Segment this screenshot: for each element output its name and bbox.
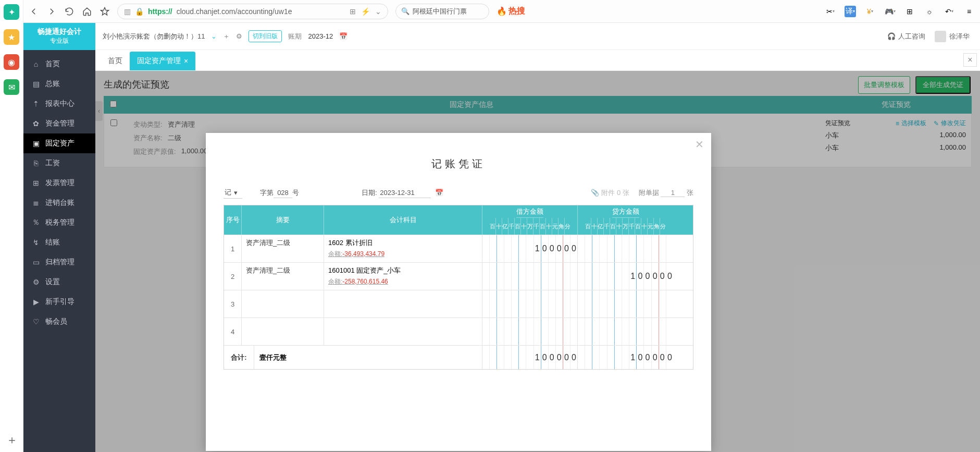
period-value[interactable]: 2023-12: [308, 32, 333, 40]
coin-icon[interactable]: ¥▾: [864, 6, 876, 17]
app-header: 畅捷通好会计 专业版 刘小艳演示账套（勿删勿动！）11 ⌄ ＋ ⚙ 切到旧版 账…: [23, 23, 980, 50]
sidebar-item-8[interactable]: ％税务管理: [23, 213, 95, 233]
sidebar-item-0[interactable]: ⌂首页: [23, 54, 95, 74]
attachment-link[interactable]: 📎附件 0 张: [591, 188, 629, 198]
scissors-icon[interactable]: ✂▾: [825, 6, 836, 17]
sidebar-icon: ▤: [32, 80, 40, 88]
search-icon: 🔍: [401, 7, 410, 15]
sidebar: ⌂首页▤总账⇡报表中心✿资金管理▣固定资产⎘工资⊞发票管理≣进销台账％税务管理↯…: [23, 50, 95, 452]
add-account-icon[interactable]: ＋: [223, 32, 230, 41]
col-credit: 贷方金额 百十亿千百十万千百十元角分: [578, 205, 673, 235]
sidebar-item-1[interactable]: ▤总账: [23, 74, 95, 94]
tab-close-icon[interactable]: ×: [184, 57, 188, 65]
sidebar-icon: ⇡: [32, 100, 40, 108]
voucher-row[interactable]: 3: [224, 290, 693, 317]
sidebar-item-12[interactable]: ▶新手引导: [23, 292, 95, 312]
sidebar-icon: ⊞: [32, 179, 40, 187]
sidebar-item-7[interactable]: ≣进销台账: [23, 193, 95, 213]
tab-home[interactable]: 首页: [101, 52, 130, 70]
voucher-modal: ✕ 记账凭证 记▾ 字第 028 号 日期: 2023-12-31 📅 📎附件 …: [206, 133, 711, 451]
brand-logo[interactable]: 畅捷通好会计 专业版: [23, 23, 95, 50]
dock-app-4[interactable]: ✉: [4, 79, 19, 95]
switch-old-button[interactable]: 切到旧版: [249, 30, 282, 42]
sidebar-icon: ✿: [32, 119, 40, 128]
translate-icon[interactable]: 译▾: [845, 6, 856, 17]
sidebar-item-10[interactable]: ▭归档管理: [23, 252, 95, 272]
user-menu[interactable]: 徐泽华: [935, 31, 970, 42]
support-link[interactable]: 🎧人工咨询: [887, 32, 925, 41]
paperclip-icon: 📎: [591, 189, 599, 197]
sidebar-icon: ％: [32, 218, 40, 227]
sidebar-item-13[interactable]: ♡畅会员: [23, 312, 95, 332]
lock-icon: 🔒: [135, 7, 144, 16]
apps-icon[interactable]: ⊞: [904, 6, 915, 17]
search-placeholder: 阿根廷中国行门票: [413, 7, 467, 16]
home-icon[interactable]: [82, 6, 92, 17]
sidebar-item-3[interactable]: ✿资金管理: [23, 114, 95, 133]
voucher-date-input[interactable]: 2023-12-31: [379, 188, 431, 198]
chevron-down-icon[interactable]: ⌄: [375, 7, 381, 16]
undo-icon[interactable]: ↶▾: [944, 6, 955, 17]
chevron-down-icon: ▾: [234, 189, 238, 197]
sidebar-icon: ♡: [32, 317, 40, 326]
star-icon[interactable]: [100, 6, 110, 17]
headset-icon: 🎧: [887, 32, 896, 40]
sidebar-icon: ↯: [32, 238, 40, 247]
back-icon[interactable]: [29, 6, 39, 17]
voucher-type-select[interactable]: 记▾: [224, 187, 242, 199]
qr-icon[interactable]: ⊞: [350, 7, 356, 16]
sidebar-item-11[interactable]: ⚙设置: [23, 272, 95, 292]
voucher-row[interactable]: 2资产清理_二级1601001 固定资产_小车余额:-258,760,615.4…: [224, 262, 693, 290]
sidebar-icon: ⌂: [32, 60, 40, 68]
url-protocol: https://: [148, 7, 172, 16]
col-account: 会计科目: [324, 205, 482, 235]
sidebar-icon: ⎘: [32, 159, 40, 167]
os-dock: ✦ ★ ◉ ✉ ＋: [0, 0, 23, 452]
voucher-row[interactable]: 1资产清理_二级1602 累计折旧余额:-36,493,434.79100000: [224, 235, 693, 262]
dock-add-icon[interactable]: ＋: [6, 432, 18, 448]
tab-bar: 首页 固定资产管理× ×: [95, 50, 980, 71]
sidebar-icon: ▭: [32, 258, 40, 266]
shield-icon: ▥: [124, 7, 131, 16]
dock-app-2[interactable]: ★: [4, 29, 19, 45]
browser-search[interactable]: 🔍 阿根廷中国行门票: [395, 4, 489, 19]
modal-title: 记账凭证: [206, 133, 711, 187]
url-path: cloud.chanjet.com/accounting/uw1e: [177, 7, 292, 16]
modal-close-icon[interactable]: ✕: [695, 138, 704, 151]
settings-account-icon[interactable]: ⚙: [236, 32, 242, 40]
forward-icon[interactable]: [46, 6, 57, 17]
voucher-number-input[interactable]: 028: [274, 188, 292, 198]
panel-close-button[interactable]: ×: [963, 53, 977, 67]
sidebar-icon: ▶: [32, 298, 40, 306]
sun-icon[interactable]: ☼: [924, 6, 935, 17]
voucher-table: 序号 摘要 会计科目 借方金额 百十亿千百十万千百十元角分 贷方金额 百十亿千百…: [224, 205, 693, 370]
fudan-count-input[interactable]: 1: [661, 189, 685, 197]
col-summary: 摘要: [242, 205, 324, 235]
col-debit: 借方金额 百十亿千百十万千百十元角分: [482, 205, 578, 235]
sidebar-item-4[interactable]: ▣固定资产: [23, 133, 95, 153]
sidebar-item-2[interactable]: ⇡报表中心: [23, 94, 95, 114]
sidebar-item-6[interactable]: ⊞发票管理: [23, 173, 95, 193]
voucher-row[interactable]: 4: [224, 317, 693, 345]
menu-icon[interactable]: ≡: [963, 6, 975, 17]
bolt-icon[interactable]: ⚡: [361, 7, 370, 16]
sidebar-item-9[interactable]: ↯结账: [23, 233, 95, 252]
hot-search-badge[interactable]: 🔥热搜: [497, 6, 525, 17]
sidebar-icon: ▣: [32, 139, 40, 148]
dock-app-3[interactable]: ◉: [4, 54, 19, 70]
account-selector[interactable]: 刘小艳演示账套（勿删勿动！）11: [103, 32, 205, 41]
game-icon[interactable]: 🎮▾: [884, 6, 896, 17]
dock-app-1[interactable]: ✦: [4, 4, 19, 20]
reload-icon[interactable]: [64, 6, 75, 17]
calendar-icon[interactable]: 📅: [339, 32, 348, 40]
period-label: 账期: [288, 32, 302, 41]
calendar-icon[interactable]: 📅: [435, 189, 443, 197]
total-label: 合计:: [224, 346, 254, 369]
browser-toolbar: ▥ 🔒 https:// cloud.chanjet.com/accountin…: [23, 0, 980, 23]
account-chevron-icon[interactable]: ⌄: [211, 32, 217, 40]
sidebar-item-5[interactable]: ⎘工资: [23, 153, 95, 173]
sidebar-icon: ⚙: [32, 278, 40, 286]
sidebar-icon: ≣: [32, 199, 40, 207]
address-bar[interactable]: ▥ 🔒 https:// cloud.chanjet.com/accountin…: [117, 4, 388, 19]
tab-fixed-assets[interactable]: 固定资产管理×: [130, 52, 195, 70]
